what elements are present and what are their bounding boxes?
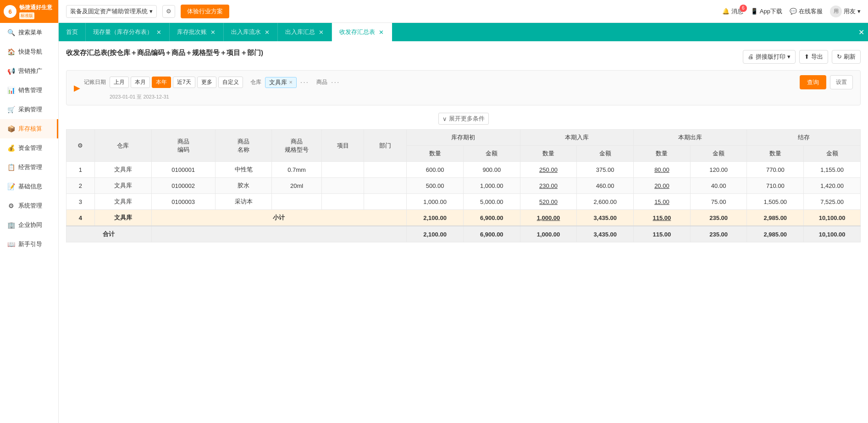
subtotal-out-amt: 235.00 (690, 210, 747, 226)
sidebar-item-marketing[interactable]: 📢 营销推广 (0, 61, 58, 81)
purchase-icon: 🛒 (7, 106, 15, 113)
filter-section: ▶ 记账日期 上月 本月 本年 近7天 更多 自定义 (66, 70, 861, 105)
filter-expand-arrow[interactable]: ▶ (74, 83, 80, 93)
query-btn[interactable]: 查询 (800, 75, 826, 89)
page-content: 收发存汇总表(按仓库＋商品编码＋商品＋规格型号＋项目＋部门) 🖨 拼接版打印 ▾… (59, 41, 868, 423)
table-row: 3 文具库 0100003 采访本 1,000.00 5,000.00 520.… (66, 194, 861, 210)
expand-conditions-btn[interactable]: ∨ 展开更多条件 (438, 113, 489, 125)
tab-close-icon[interactable]: ✕ (378, 29, 384, 35)
online-service-btn[interactable]: 💬 在线客服 (790, 7, 823, 16)
last-month-btn[interactable]: 上月 (110, 77, 129, 88)
sidebar-item-label: 搜索菜单 (18, 28, 42, 37)
top-header: 装备及固定资产辅助管理系统 ▾ ⚙ 体验行业方案 🔔 消息 6 📱 App下载 … (59, 0, 868, 23)
th-in-amt: 金额 (577, 146, 634, 162)
subtotal-row: 4 文具库 小计 2,100.00 6,900.00 1,000.00 3,43… (66, 210, 861, 226)
row-in-qty[interactable]: 230.00 (520, 178, 577, 194)
tab-label: 出入库汇总 (285, 28, 315, 36)
sidebar-item-enterprise[interactable]: 🏢 企业协同 (0, 215, 58, 235)
row-in-qty[interactable]: 250.00 (520, 162, 577, 178)
row-no: 2 (66, 178, 95, 194)
sidebar-item-inventory[interactable]: 📦 库存核算 (0, 119, 58, 138)
refresh-btn[interactable]: ↻ 刷新 (832, 50, 861, 64)
row-out-qty[interactable]: 80.00 (634, 162, 691, 178)
header-right-area: 🔔 消息 6 📱 App下载 💬 在线客服 用 用友 ▾ (722, 5, 861, 17)
sidebar-item-guide[interactable]: 📖 新手引导 (0, 235, 58, 254)
sidebar-item-label: 营销推广 (18, 67, 42, 75)
print-btn[interactable]: 🖨 拼接版打印 ▾ (743, 50, 796, 64)
user-chevron-icon: ▾ (857, 8, 861, 15)
this-month-btn[interactable]: 本月 (131, 77, 150, 88)
row-out-amt: 120.00 (690, 162, 747, 178)
sidebar-item-label: 资金管理 (18, 144, 42, 152)
chevron-down-icon: ▾ (149, 8, 153, 15)
row-code: 0100002 (151, 178, 215, 194)
row-bal-amt: 7,525.00 (804, 194, 861, 210)
custom-btn[interactable]: 自定义 (218, 77, 243, 88)
row-out-qty[interactable]: 20.00 (634, 178, 691, 194)
tab-close-icon[interactable]: ✕ (318, 29, 324, 35)
goods-dots[interactable]: ··· (331, 78, 340, 87)
more-btn[interactable]: 更多 (197, 77, 216, 88)
sidebar-item-finance[interactable]: 💰 资金管理 (0, 138, 58, 158)
subtotal-in-amt: 3,435.00 (577, 210, 634, 226)
row-open-amt: 900.00 (463, 162, 520, 178)
th-warehouse: 仓库 (94, 130, 151, 162)
app-logo: 6 畅捷通好生意 标准版 (0, 0, 58, 23)
row-out-qty[interactable]: 15.00 (634, 194, 691, 210)
row-no: 3 (66, 194, 95, 210)
warehouse-dots[interactable]: ··· (300, 78, 309, 87)
warehouse-tag-text: 文具库 (269, 78, 287, 87)
tab-inout-flow[interactable]: 出入库流水 ✕ (224, 23, 278, 41)
tab-stock-summary[interactable]: 收发存汇总表 ✕ (332, 23, 392, 41)
tab-label: 库存批次账 (177, 28, 207, 36)
tab-label: 现存量（库存分布表） (93, 28, 153, 36)
print-label: 拼接版打印 (756, 53, 785, 61)
this-year-btn[interactable]: 本年 (152, 77, 171, 88)
bell-icon: 🔔 (722, 8, 730, 15)
close-all-tabs-btn[interactable]: ✕ (858, 28, 864, 37)
app-download-btn[interactable]: 📱 App下载 (751, 7, 782, 16)
subtotal-no: 4 (66, 210, 95, 226)
sidebar-item-operations[interactable]: 📋 经营管理 (0, 158, 58, 177)
sidebar-item-purchase[interactable]: 🛒 采购管理 (0, 100, 58, 119)
subtotal-out-qty[interactable]: 115.00 (634, 210, 691, 226)
tab-batch-account[interactable]: 库存批次账 ✕ (170, 23, 224, 41)
export-icon: ⬆ (804, 53, 809, 60)
subtotal-label: 小计 (151, 210, 407, 226)
tab-home[interactable]: 首页 (59, 23, 86, 41)
tab-close-icon[interactable]: ✕ (210, 29, 216, 35)
tab-inout-summary[interactable]: 出入库汇总 ✕ (278, 23, 332, 41)
settings-filter-btn[interactable]: 设置 (830, 75, 853, 89)
table-row: 1 文具库 0100001 中性笔 0.7mm 600.00 900.00 25… (66, 162, 861, 178)
sidebar-item-basic-info[interactable]: 📝 基础信息 (0, 177, 58, 196)
trial-btn[interactable]: 体验行业方案 (181, 5, 229, 18)
sidebar-item-quick-nav[interactable]: 🏠 快捷导航 (0, 42, 58, 61)
subtotal-in-qty[interactable]: 1,000.00 (520, 210, 577, 226)
th-settings[interactable]: ⚙ (66, 130, 95, 162)
system-select[interactable]: 装备及固定资产辅助管理系统 ▾ (66, 5, 157, 18)
warehouse-tag: 文具库 ✕ (265, 77, 297, 88)
tab-close-icon[interactable]: ✕ (155, 29, 162, 35)
row-name: 胶水 (215, 178, 272, 194)
user-menu[interactable]: 用 用友 ▾ (830, 5, 861, 17)
sidebar-item-search[interactable]: 🔍 搜索菜单 (0, 23, 58, 42)
messages-btn[interactable]: 🔔 消息 6 (722, 7, 743, 16)
tab-stock-distribution[interactable]: 现存量（库存分布表） ✕ (86, 23, 170, 41)
row-open-qty: 600.00 (407, 162, 464, 178)
warehouse-tag-close[interactable]: ✕ (289, 80, 293, 85)
date-range-text: 2023-01-01 至 2023-12-31 (110, 94, 169, 99)
row-bal-qty: 1,505.00 (747, 194, 804, 210)
row-name: 采访本 (215, 194, 272, 210)
total-out-qty: 115.00 (634, 226, 691, 242)
sidebar-item-system[interactable]: ⚙ 系统管理 (0, 196, 58, 215)
settings-gear-button[interactable]: ⚙ (162, 5, 175, 18)
tab-close-icon[interactable]: ✕ (264, 29, 270, 35)
row-in-amt: 2,600.00 (577, 194, 634, 210)
row-open-qty: 500.00 (407, 178, 464, 194)
last-7days-btn[interactable]: 近7天 (173, 77, 195, 88)
row-in-qty[interactable]: 520.00 (520, 194, 577, 210)
sidebar: 6 畅捷通好生意 标准版 🔍 搜索菜单 🏠 快捷导航 📢 营销推广 📊 销售管理… (0, 0, 59, 423)
export-btn[interactable]: ⬆ 导出 (799, 50, 828, 64)
sidebar-item-sales[interactable]: 📊 销售管理 (0, 81, 58, 100)
row-name: 中性笔 (215, 162, 272, 178)
